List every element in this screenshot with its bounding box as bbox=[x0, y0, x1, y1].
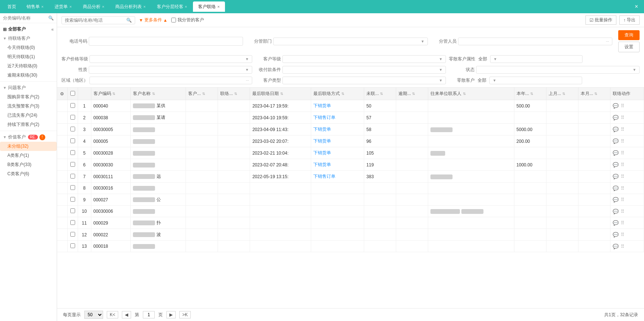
row-checkbox[interactable] bbox=[70, 174, 75, 179]
more-icon[interactable]: ⠿ bbox=[621, 127, 624, 132]
name-header[interactable]: 客户名称 ⇅ bbox=[131, 88, 186, 100]
row-checkbox[interactable] bbox=[70, 103, 75, 108]
close-icon[interactable]: × bbox=[217, 4, 219, 9]
chat-icon[interactable]: 💬 bbox=[613, 232, 619, 237]
last-method-cell[interactable]: 下销货单 bbox=[311, 124, 364, 135]
payment-select[interactable]: ▼ bbox=[282, 66, 446, 74]
search-icon[interactable]: 🔍 bbox=[126, 18, 132, 23]
reset-button[interactable]: 设置 bbox=[618, 42, 640, 52]
checkbox-cell[interactable] bbox=[67, 183, 78, 194]
sidebar-item-class-a[interactable]: A类客户(1) bbox=[0, 151, 57, 160]
checkbox-cell[interactable] bbox=[67, 135, 78, 147]
page-number-input[interactable] bbox=[143, 311, 155, 318]
sidebar-item-class-c[interactable]: C类客户(6) bbox=[0, 169, 57, 179]
row-checkbox[interactable] bbox=[70, 185, 75, 190]
checkbox-cell[interactable] bbox=[67, 229, 78, 241]
last-method-cell[interactable]: 下销货单 bbox=[311, 159, 364, 171]
checkbox-header[interactable] bbox=[67, 88, 78, 100]
more-icon[interactable]: ⠿ bbox=[621, 232, 624, 237]
more-icon[interactable]: ⠿ bbox=[621, 138, 624, 144]
sidebar-search-input[interactable] bbox=[3, 15, 47, 21]
more-icon[interactable]: ⠿ bbox=[621, 209, 624, 214]
year-header[interactable]: 本年... ⇅ bbox=[514, 88, 546, 100]
retail-customer-select[interactable]: ▼ bbox=[489, 77, 582, 84]
tab-product-analysis-list[interactable]: 商品分析列表 × bbox=[110, 1, 151, 12]
last-method-header[interactable]: 最后联络方式 ⇅ bbox=[311, 88, 364, 100]
close-icon[interactable]: × bbox=[69, 4, 71, 9]
last-page-button[interactable]: >K bbox=[179, 311, 191, 318]
checkbox-cell[interactable] bbox=[67, 194, 78, 206]
dept-select[interactable]: ▼ bbox=[273, 38, 427, 45]
phone-input[interactable] bbox=[89, 37, 243, 46]
region-select[interactable]: ··· bbox=[89, 77, 252, 84]
last-method-cell[interactable]: 下销货单 bbox=[311, 147, 364, 159]
chat-icon[interactable]: 💬 bbox=[613, 162, 619, 167]
sidebar-item-unclassified[interactable]: 未分组(32) bbox=[0, 142, 57, 151]
filter-search-input[interactable] bbox=[65, 18, 125, 23]
value-group-label[interactable]: ▼ 价值客户 RE. ! bbox=[0, 133, 57, 142]
checkbox-cell[interactable] bbox=[67, 241, 78, 252]
checkbox-cell[interactable] bbox=[67, 112, 78, 124]
checkbox-cell[interactable] bbox=[67, 159, 78, 171]
row-checkbox[interactable] bbox=[70, 243, 75, 248]
more-icon[interactable]: ⠿ bbox=[621, 174, 624, 179]
row-checkbox[interactable] bbox=[70, 162, 75, 167]
method-link[interactable]: 下销货单 bbox=[313, 127, 331, 132]
sidebar-item-churned[interactable]: 已流失客户(24) bbox=[0, 111, 57, 120]
chat-icon[interactable]: 💬 bbox=[613, 103, 619, 109]
more-icon[interactable]: ⠿ bbox=[621, 115, 624, 120]
chat-icon[interactable]: 💬 bbox=[613, 150, 619, 156]
row-checkbox[interactable] bbox=[70, 127, 75, 131]
select-all-checkbox[interactable] bbox=[70, 91, 75, 96]
contact-header[interactable]: 联络... ⇅ bbox=[218, 88, 250, 100]
last-method-cell[interactable] bbox=[311, 217, 364, 229]
more-icon[interactable]: ⠿ bbox=[621, 186, 624, 191]
chat-icon[interactable]: 💬 bbox=[613, 127, 619, 132]
more-icon[interactable]: ⠿ bbox=[621, 244, 624, 249]
close-icon[interactable]: × bbox=[102, 4, 104, 9]
page-size-select[interactable]: 50 100 200 bbox=[84, 311, 103, 319]
sidebar-item-declining[interactable]: 持续下滑客户(2) bbox=[0, 120, 57, 129]
row-checkbox[interactable] bbox=[70, 138, 75, 143]
row-checkbox[interactable] bbox=[70, 150, 75, 155]
more-icon[interactable]: ⠿ bbox=[621, 150, 624, 156]
last-method-cell[interactable]: 下销售订单 bbox=[311, 171, 364, 183]
batch-ops-button[interactable]: ☑ 批量操作 bbox=[585, 15, 616, 25]
my-customers-check[interactable] bbox=[171, 18, 176, 22]
all-customers-header[interactable]: ⊞ 全部客户 « bbox=[0, 23, 57, 34]
my-customers-checkbox[interactable]: 我分管的客户 bbox=[171, 17, 204, 23]
tab-product-analysis[interactable]: 商品分析 × bbox=[78, 1, 109, 12]
chat-icon[interactable]: 💬 bbox=[613, 244, 619, 249]
pending-group-label[interactable]: ▼ 待联络客户 bbox=[0, 34, 57, 43]
last-method-cell[interactable] bbox=[311, 241, 364, 252]
more-icon[interactable]: ⠿ bbox=[621, 162, 624, 167]
sidebar-item-week-pending[interactable]: 近7天待联络(0) bbox=[0, 61, 57, 71]
query-button[interactable]: 查询 bbox=[618, 30, 640, 40]
type-header[interactable]: 客户... ⇅ bbox=[186, 88, 218, 100]
unit-contact-header[interactable]: 往来单位联系人 ⇅ bbox=[428, 88, 514, 100]
more-icon[interactable]: ⠿ bbox=[621, 103, 624, 109]
manager-select[interactable]: ··· bbox=[458, 38, 612, 45]
close-window-icon[interactable]: × bbox=[635, 3, 641, 10]
checkbox-cell[interactable] bbox=[67, 124, 78, 135]
last-month-header[interactable]: 上月... ⇅ bbox=[546, 88, 578, 100]
checkbox-cell[interactable] bbox=[67, 100, 78, 112]
sidebar-item-class-b[interactable]: B类客户(33) bbox=[0, 160, 57, 169]
filter-search-box[interactable]: 🔍 bbox=[61, 16, 135, 24]
sidebar-item-churn-warning[interactable]: 流失预警客户(3) bbox=[0, 102, 57, 111]
tab-customer-contact[interactable]: 客户联络 × bbox=[193, 1, 225, 12]
code-header[interactable]: 客户编码 ⇅ bbox=[91, 88, 131, 100]
method-link[interactable]: 下销售订单 bbox=[313, 174, 335, 179]
price-level-select[interactable]: ▼ bbox=[89, 55, 252, 63]
chat-icon[interactable]: 💬 bbox=[613, 209, 619, 214]
settings-header[interactable]: ⚙ bbox=[57, 88, 67, 100]
status-select[interactable]: ▼ bbox=[476, 66, 640, 74]
row-checkbox[interactable] bbox=[70, 208, 75, 213]
chat-icon[interactable]: 💬 bbox=[613, 186, 619, 191]
chat-icon[interactable]: 💬 bbox=[613, 115, 619, 120]
checkbox-cell[interactable] bbox=[67, 147, 78, 159]
row-checkbox[interactable] bbox=[70, 115, 75, 120]
last-method-cell[interactable] bbox=[311, 206, 364, 217]
prev-page-button[interactable]: ◀ bbox=[122, 311, 131, 318]
retail-attr-select[interactable]: ▼ bbox=[490, 55, 583, 63]
